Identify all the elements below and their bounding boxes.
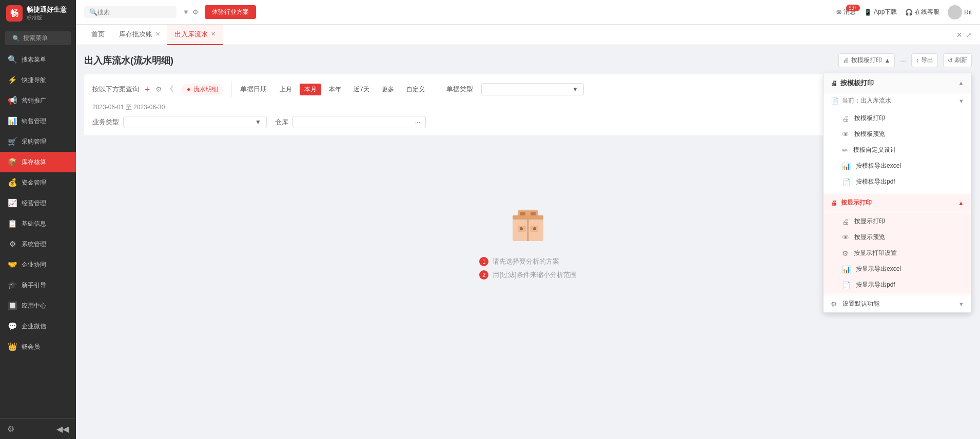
display-preview-item[interactable]: 👁 按显示预览 bbox=[824, 229, 971, 245]
more-actions-icon[interactable]: ··· bbox=[900, 56, 906, 65]
user-avatar bbox=[948, 5, 962, 19]
sidebar-search-button[interactable]: 🔍 搜索菜单 bbox=[5, 31, 71, 45]
display-section-title: 🖨 按显示打印 bbox=[831, 198, 872, 207]
display-print-settings-item[interactable]: ⚙ 按显示打印设置 bbox=[824, 245, 971, 261]
settings-item-icon: ⚙ bbox=[831, 300, 837, 308]
template-preview-label: 按模板预览 bbox=[854, 130, 885, 138]
topbar-search: 🔍 bbox=[84, 6, 177, 18]
sidebar-item-base[interactable]: 📋 基础信息 bbox=[0, 213, 76, 234]
sidebar-item-quick[interactable]: ⚡ 快捷导航 bbox=[0, 70, 76, 90]
date-btn-custom[interactable]: 自定义 bbox=[402, 84, 429, 95]
purchase-nav-icon: 🛒 bbox=[7, 136, 17, 147]
app-download-item[interactable]: 📱 App下载 bbox=[864, 8, 897, 16]
collapse-left-icon[interactable]: 《 bbox=[166, 85, 173, 94]
date-btn-more[interactable]: 更多 bbox=[377, 84, 399, 95]
base-nav-label: 基础信息 bbox=[22, 220, 46, 228]
tab-batch-label: 库存批次账 bbox=[119, 30, 152, 39]
template-print-section: 🖨 按模板打印 👁 按模板预览 ✏ 模板自定义设计 📊 按模板导出excel bbox=[824, 108, 971, 192]
sidebar-item-purchase[interactable]: 🛒 采购管理 bbox=[0, 131, 76, 152]
print-dropdown-collapse-icon[interactable]: ▲ bbox=[958, 79, 964, 87]
operations-nav-label: 经营管理 bbox=[22, 199, 46, 208]
marketing-nav-label: 营销推广 bbox=[22, 96, 46, 105]
date-btn-7days[interactable]: 近7天 bbox=[349, 84, 374, 95]
step-1: 1 请先选择要分析的方案 bbox=[479, 257, 576, 266]
template-custom-item[interactable]: ✏ 模板自定义设计 bbox=[824, 142, 971, 158]
display-pdf-icon: 📄 bbox=[842, 281, 851, 289]
biz-type-select[interactable]: ▼ bbox=[123, 116, 267, 128]
sidebar-item-finance[interactable]: 💰 资金管理 bbox=[0, 172, 76, 193]
step-2: 2 用[过滤]条件来缩小分析范围 bbox=[479, 270, 576, 280]
page-actions: 🖨 按模板打印 ▲ ··· ↑ 导出 ↺ 刷新 bbox=[838, 53, 972, 67]
current-template-arrow: ▼ bbox=[958, 98, 964, 104]
export-button[interactable]: ↑ 导出 bbox=[911, 53, 938, 67]
sidebar-item-collab[interactable]: 🤝 企业协同 bbox=[0, 254, 76, 275]
topbar-left: 🔍 ▼ ⚙ 体验行业方案 bbox=[84, 5, 256, 19]
sidebar-item-member[interactable]: 👑 畅会员 bbox=[0, 336, 76, 357]
display-export-pdf-label: 按显示导出pdf bbox=[856, 281, 895, 289]
search-nav-label: 搜索菜单 bbox=[22, 55, 46, 64]
inventory-nav-icon: 📦 bbox=[7, 157, 17, 167]
biz-type-arrow-icon: ▼ bbox=[255, 118, 261, 126]
main-area: 🔍 ▼ ⚙ 体验行业方案 ✉ 消息 99+ 📱 App下载 bbox=[76, 0, 980, 439]
warehouse-more-icon[interactable]: ··· bbox=[415, 118, 420, 126]
search-nav-icon: 🔍 bbox=[7, 54, 17, 65]
svg-rect-4 bbox=[513, 215, 543, 220]
sidebar-item-wechat[interactable]: 💬 企业微信 bbox=[0, 316, 76, 336]
tab-home[interactable]: 首页 bbox=[84, 25, 112, 45]
date-btn-thisyear[interactable]: 本年 bbox=[324, 84, 346, 95]
user-profile[interactable]: Rit bbox=[948, 5, 972, 19]
printer-icon: 🖨 bbox=[843, 57, 849, 64]
date-btn-lastmonth[interactable]: 上月 bbox=[275, 84, 297, 95]
manage-scheme-icon[interactable]: ⚙ bbox=[155, 85, 162, 93]
app-logo-icon: 畅 bbox=[6, 5, 23, 22]
sidebar-item-search[interactable]: 🔍 搜索菜单 bbox=[0, 49, 76, 70]
tab-batch-close[interactable]: ✕ bbox=[155, 31, 160, 37]
sidebar-item-guide[interactable]: 🎓 新手引导 bbox=[0, 275, 76, 295]
sidebar-item-apps[interactable]: 🔲 应用中心 bbox=[0, 295, 76, 316]
tab-flow[interactable]: 出入库流水 ✕ bbox=[167, 25, 223, 45]
purchase-nav-label: 采购管理 bbox=[22, 137, 46, 146]
sales-nav-icon: 📊 bbox=[7, 116, 17, 126]
doctype-select[interactable]: ▼ bbox=[481, 83, 584, 95]
sidebar-item-sales[interactable]: 📊 销售管理 bbox=[0, 111, 76, 131]
display-section-header[interactable]: 🖨 按显示打印 ▲ bbox=[824, 194, 971, 211]
tab-flow-close[interactable]: ✕ bbox=[211, 31, 215, 37]
print-template-button[interactable]: 🖨 按模板打印 ▲ bbox=[838, 53, 895, 67]
refresh-button[interactable]: ↺ 刷新 bbox=[943, 53, 972, 67]
date-btn-thismonth[interactable]: 本月 bbox=[300, 84, 321, 95]
sidebar-item-operations[interactable]: 📈 经营管理 bbox=[0, 193, 76, 213]
close-all-icon[interactable]: ✕ bbox=[956, 31, 963, 39]
add-scheme-icon[interactable]: ＋ bbox=[143, 84, 151, 95]
tag-dot-icon: ● bbox=[187, 86, 190, 93]
sidebar-item-marketing[interactable]: 📢 营销推广 bbox=[0, 90, 76, 111]
display-export-excel-item[interactable]: 📊 按显示导出excel bbox=[824, 261, 971, 277]
template-print-item[interactable]: 🖨 按模板打印 bbox=[824, 110, 971, 126]
quick-nav-icon: ⚡ bbox=[7, 75, 17, 85]
sidebar-item-inventory[interactable]: 📦 库存核算 bbox=[0, 152, 76, 172]
display-print-item[interactable]: 🖨 按显示打印 bbox=[824, 213, 971, 229]
sidebar-item-system[interactable]: ⚙ 系统管理 bbox=[0, 234, 76, 254]
collapse-sidebar-icon[interactable]: ◀◀ bbox=[56, 424, 69, 434]
industry-solution-button[interactable]: 体验行业方案 bbox=[205, 5, 256, 19]
gear-icon[interactable]: ⚙ bbox=[192, 8, 199, 16]
display-export-pdf-item[interactable]: 📄 按显示导出pdf bbox=[824, 277, 971, 293]
svg-point-9 bbox=[533, 227, 536, 230]
tab-batch[interactable]: 库存批次账 ✕ bbox=[112, 25, 167, 45]
operations-nav-icon: 📈 bbox=[7, 198, 17, 208]
biz-type-field: 业务类型 ▼ bbox=[92, 116, 267, 128]
display-print-label: 按显示打印 bbox=[854, 217, 885, 226]
expand-icon[interactable]: ⤢ bbox=[966, 31, 972, 39]
settings-item-left: ⚙ 设置默认功能 bbox=[831, 300, 879, 308]
online-service-item[interactable]: 🎧 在线客服 bbox=[905, 8, 939, 16]
message-item[interactable]: ✉ 消息 99+ bbox=[836, 8, 856, 16]
topbar-search-input[interactable] bbox=[97, 9, 159, 16]
default-settings-item[interactable]: ⚙ 设置默认功能 ▼ bbox=[824, 295, 971, 312]
print-dropdown-wrapper: 🖨 按模板打印 ▲ bbox=[838, 53, 895, 67]
warehouse-select[interactable]: ··· bbox=[292, 116, 426, 128]
template-export-pdf-item[interactable]: 📄 按模板导出pdf bbox=[824, 174, 971, 190]
settings-icon[interactable]: ⚙ bbox=[7, 424, 14, 434]
dropdown-icon[interactable]: ▼ bbox=[183, 8, 189, 16]
template-export-excel-item[interactable]: 📊 按模板导出excel bbox=[824, 158, 971, 174]
template-preview-item[interactable]: 👁 按模板预览 bbox=[824, 126, 971, 142]
biz-type-label: 业务类型 bbox=[92, 117, 119, 127]
